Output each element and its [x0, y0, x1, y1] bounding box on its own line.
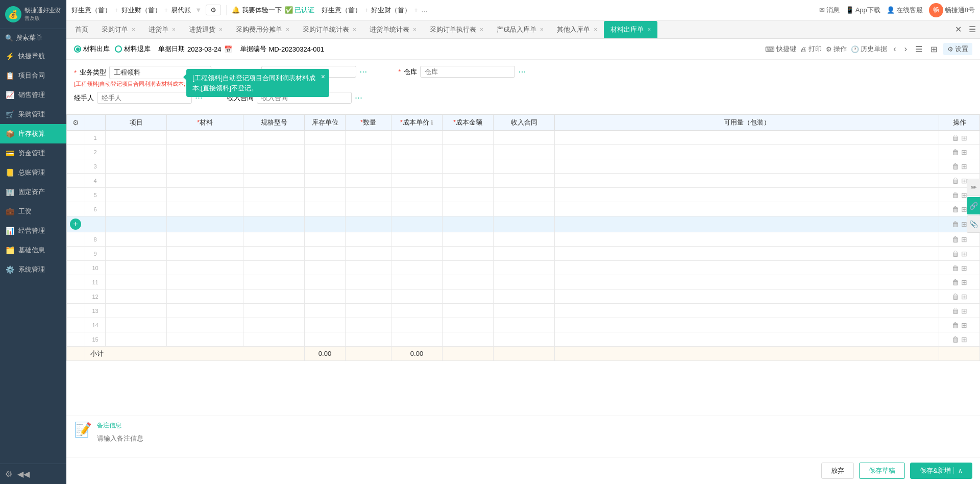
tab-purchase-expense[interactable]: 采购费用分摊单× — [229, 21, 296, 38]
delete-row-btn[interactable]: 🗑 — [952, 250, 959, 258]
tab-material-outstore-close[interactable]: × — [647, 26, 651, 33]
tab-incoming-stat-close[interactable]: × — [413, 26, 416, 33]
save-new-btn[interactable]: 保存&新增 ∧ — [910, 463, 972, 479]
tab-menu-btn[interactable]: ☰ — [967, 23, 978, 35]
handler-input[interactable] — [97, 92, 192, 104]
add-row-btn[interactable]: + — [70, 219, 81, 230]
tab-other-instore[interactable]: 其他入库单× — [550, 21, 604, 38]
sidebar-item-inventory[interactable]: 📦 库存核算 — [0, 124, 66, 143]
search-menu[interactable]: 🔍 搜索菜单 — [0, 29, 66, 46]
copy-row-btn[interactable]: ⊞ — [961, 307, 967, 315]
income-contract-dots-btn[interactable]: ··· — [355, 92, 362, 103]
copy-row-btn[interactable]: ⊞ — [961, 148, 967, 156]
delete-row-btn[interactable]: 🗑 — [952, 148, 959, 156]
delete-row-btn[interactable]: 🗑 — [952, 177, 959, 185]
notes-input[interactable] — [97, 431, 186, 452]
topbar-online-service-btn[interactable]: 👤 在线客服 — [887, 6, 923, 15]
nav-next-btn[interactable]: › — [902, 43, 909, 55]
view-list-btn[interactable]: ☰ — [913, 43, 924, 55]
delete-row-btn[interactable]: 🗑 — [952, 293, 959, 301]
calendar-icon[interactable]: 📅 — [224, 45, 232, 53]
tab-purchase-stat[interactable]: 采购订单统计表× — [296, 21, 363, 38]
topbar-message-btn[interactable]: ✉ 消息 — [819, 6, 840, 15]
delete-row-btn[interactable]: 🗑 — [952, 335, 959, 344]
radio-material-return[interactable]: 材料退库 — [115, 44, 151, 54]
print-btn[interactable]: 🖨 打印 — [800, 44, 822, 54]
tab-purchase-order[interactable]: 采购订单× — [95, 21, 142, 38]
topbar-link-yecai2[interactable]: 好业财（首） — [371, 6, 411, 15]
settings-display-btn[interactable]: ⚙ 设置 — [943, 43, 972, 55]
copy-row-btn[interactable]: ⊞ — [961, 293, 967, 301]
topbar-link-yecai[interactable]: 好业财（首） — [121, 6, 161, 15]
sidebar-settings-btn[interactable]: ⚙ — [5, 469, 12, 479]
delete-row-btn[interactable]: 🗑 — [952, 321, 959, 329]
topbar-link-shengyi[interactable]: 好生意（首） — [71, 6, 111, 15]
sidebar-item-quicknav[interactable]: ⚡ 快捷导航 — [0, 46, 66, 66]
tab-product-instore[interactable]: 产成品入库单× — [490, 21, 550, 38]
sidebar-item-assets[interactable]: 🏢 固定资产 — [0, 182, 66, 202]
sidebar-item-system[interactable]: ⚙️ 系统管理 — [0, 260, 66, 279]
tab-other-instore-close[interactable]: × — [594, 26, 597, 33]
tab-home[interactable]: 首页 — [68, 21, 95, 38]
tab-purchase-exec-close[interactable]: × — [480, 26, 483, 33]
delete-row-btn[interactable]: 🗑 — [952, 205, 959, 213]
warehouse-input[interactable] — [420, 66, 515, 78]
delete-row-btn[interactable]: 🗑 — [952, 307, 959, 315]
right-panel-attach-btn[interactable]: 📎 — [967, 215, 980, 233]
copy-row-btn[interactable]: ⊞ — [961, 335, 967, 344]
sidebar-item-operations[interactable]: 📊 经营管理 — [0, 221, 66, 240]
topbar-link-more[interactable]: … — [421, 6, 428, 14]
right-panel-link-btn[interactable]: 🔗 — [967, 197, 980, 214]
delete-row-btn[interactable]: 🗑 — [952, 235, 959, 244]
project-dots-btn[interactable]: ··· — [359, 66, 367, 77]
sidebar-item-salary[interactable]: 💼 工资 — [0, 202, 66, 221]
warehouse-dots-btn[interactable]: ··· — [518, 66, 526, 77]
copy-row-btn[interactable]: ⊞ — [961, 321, 967, 329]
topbar-link-yidaizhang[interactable]: 易代账 — [171, 6, 191, 15]
tab-material-outstore[interactable]: 材料出库单× — [604, 21, 657, 38]
copy-row-btn[interactable]: ⊞ — [961, 250, 967, 258]
tab-purchase-stat-close[interactable]: × — [353, 26, 356, 33]
tab-purchase-exec[interactable]: 采购订单执行表× — [423, 21, 490, 38]
topbar-app-download-btn[interactable]: 📱 App下载 — [846, 6, 880, 15]
tab-incoming[interactable]: 进货单× — [142, 21, 182, 38]
delete-row-btn[interactable]: 🗑 — [952, 191, 959, 199]
view-grid-btn[interactable]: ⊞ — [928, 43, 939, 55]
tab-incoming-return-close[interactable]: × — [219, 26, 223, 33]
user-profile[interactable]: 畅 畅捷通8号 — [929, 3, 975, 17]
save-draft-btn[interactable]: 保存草稿 — [859, 463, 905, 479]
copy-row-btn[interactable]: ⊞ — [961, 134, 967, 142]
tab-product-instore-close[interactable]: × — [540, 26, 544, 33]
tab-purchase-order-close[interactable]: × — [132, 26, 135, 33]
operate-btn[interactable]: ⚙ 操作 — [826, 44, 847, 54]
topbar-link-shengyi2[interactable]: 好生意（首） — [322, 6, 361, 15]
quick-key-btn[interactable]: ⌨ 快捷键 — [765, 44, 796, 54]
copy-row-btn[interactable]: ⊞ — [961, 191, 967, 199]
delete-row-btn[interactable]: 🗑 — [952, 264, 959, 272]
copy-row-btn[interactable]: ⊞ — [961, 235, 967, 244]
copy-add-row-btn[interactable]: ⊞ — [961, 220, 967, 228]
topbar-settings-btn[interactable]: ⚙ — [206, 5, 221, 15]
column-settings-icon[interactable]: ⚙ — [72, 118, 79, 127]
tab-incoming-close[interactable]: × — [172, 26, 176, 33]
sidebar-collapse-btn[interactable]: ◀◀ — [17, 469, 30, 479]
tab-close-all-btn[interactable]: ✕ — [953, 23, 964, 35]
add-row-material-input[interactable] — [170, 221, 240, 228]
delete-row-btn[interactable]: 🗑 — [952, 278, 959, 286]
tab-incoming-stat[interactable]: 进货单统计表× — [363, 21, 423, 38]
tab-incoming-return[interactable]: 进货退货× — [182, 21, 229, 38]
delete-row-btn[interactable]: 🗑 — [952, 162, 959, 171]
right-panel-edit-btn[interactable]: ✏ — [967, 179, 980, 196]
delete-add-row-btn[interactable]: 🗑 — [952, 220, 959, 228]
sidebar-item-project[interactable]: 📋 项目合同 — [0, 66, 66, 85]
copy-row-btn[interactable]: ⊞ — [961, 205, 967, 213]
topbar-experience-link[interactable]: 🔔 我要体验一下 — [232, 6, 282, 15]
sidebar-item-purchase[interactable]: 🛒 采购管理 — [0, 105, 66, 124]
copy-row-btn[interactable]: ⊞ — [961, 264, 967, 272]
copy-row-btn[interactable]: ⊞ — [961, 162, 967, 171]
add-row-project-input[interactable] — [109, 221, 163, 228]
sidebar-item-basic[interactable]: 🗂️ 基础信息 — [0, 240, 66, 260]
sidebar-item-sales[interactable]: 📈 销售管理 — [0, 85, 66, 105]
tooltip-close-btn[interactable]: × — [321, 71, 325, 82]
col-info-icon[interactable]: ℹ — [431, 119, 433, 126]
